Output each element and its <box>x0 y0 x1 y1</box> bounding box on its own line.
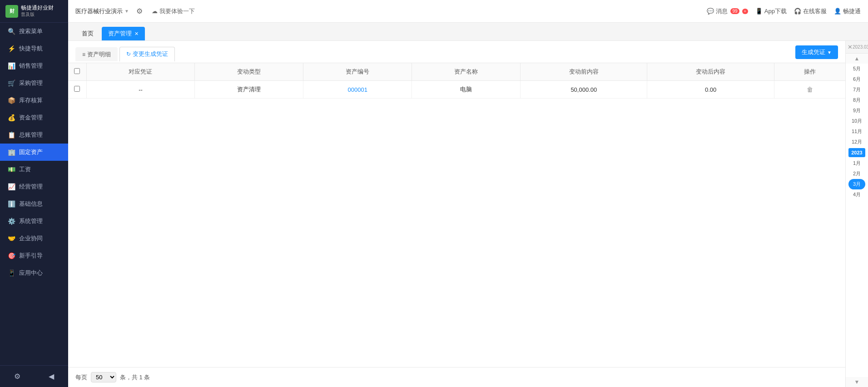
tab-asset-list[interactable]: ≡ 资产明细 <box>75 47 118 61</box>
row-checkbox-cell <box>68 81 86 99</box>
sidebar-item-purchase[interactable]: 🛒采购管理 <box>0 74 68 92</box>
timeline-month[interactable]: 10月 <box>846 116 868 126</box>
chevron-down-icon: ▼ <box>124 9 129 14</box>
timeline-month-4月[interactable]: 4月 <box>846 189 868 200</box>
gear-icon[interactable]: ⚙ <box>136 7 143 15</box>
row-after-change-0: 0.00 <box>647 81 774 99</box>
sidebar-item-payroll[interactable]: 💵工资 <box>0 161 68 178</box>
tab-label-asset-mgmt: 资产管理 <box>108 30 132 38</box>
timeline-month[interactable]: 7月 <box>846 84 868 95</box>
sidebar-item-fixed-assets[interactable]: 🏢固定资产 <box>0 144 68 161</box>
timeline-scroll-down[interactable]: ▼ <box>846 377 868 387</box>
col-asset-name: 资产名称 <box>412 63 521 81</box>
tab-change-voucher-label: 变更生成凭证 <box>133 50 168 58</box>
timeline-month[interactable]: 5月 <box>846 64 868 74</box>
sidebar-item-funds[interactable]: 💰资金管理 <box>0 109 68 126</box>
generate-voucher-button[interactable]: 生成凭证 ▼ <box>795 45 838 59</box>
data-table: 对应凭证 变动类型 资产编号 资产名称 变动前内容 变动后内容 操作 -- <box>68 63 845 99</box>
company-name: 医疗器械行业演示 <box>75 7 123 15</box>
sidebar: 财 畅捷通好业财 普及版 🔍搜索菜单⚡快捷导航📊销售管理🛒采购管理📦库存核算💰资… <box>0 0 68 387</box>
top-header: 医疗器械行业演示 ▼ ⚙ ☁ 我要体验一下 💬 消息 99 + 📱 App下载 … <box>68 0 868 23</box>
nav-icon-operations: 📈 <box>7 183 15 191</box>
row-voucher-0: -- <box>86 81 195 99</box>
col-change-type: 变动类型 <box>195 63 303 81</box>
sidebar-item-search[interactable]: 🔍搜索菜单 <box>0 23 68 40</box>
nav-icon-funds: 💰 <box>7 114 15 122</box>
panel-close-button[interactable]: ✕ <box>848 44 853 50</box>
timeline-month[interactable]: 6月 <box>846 74 868 84</box>
tab-home[interactable]: 首页 <box>75 27 100 40</box>
nav-label-funds: 资金管理 <box>19 114 43 122</box>
message-button[interactable]: 💬 消息 99 + <box>707 7 748 15</box>
timeline-items: 5月6月7月8月9月10月11月12月20231月2月3月4月 <box>846 64 868 377</box>
sidebar-logo: 财 畅捷通好业财 普及版 <box>0 0 68 23</box>
page-size-select[interactable]: 102050100 <box>91 372 116 382</box>
logo-sub: 普及版 <box>21 11 54 18</box>
col-voucher: 对应凭证 <box>86 63 195 81</box>
sidebar-item-sales[interactable]: 📊销售管理 <box>0 57 68 74</box>
sidebar-item-quick-nav[interactable]: ⚡快捷导航 <box>0 40 68 57</box>
nav-label-quick-nav: 快捷导航 <box>19 45 43 53</box>
logo-icon: 财 <box>5 5 18 18</box>
sidebar-item-guide[interactable]: 🎯新手引导 <box>0 247 68 264</box>
download-icon: 📱 <box>755 8 763 15</box>
select-all-checkbox[interactable] <box>74 68 80 74</box>
timeline-month[interactable]: 12月 <box>846 137 868 147</box>
row-asset-name-0: 电脑 <box>412 81 521 99</box>
sidebar-item-system[interactable]: ⚙️系统管理 <box>0 213 68 230</box>
sub-tabs: ≡ 资产明细 ↻ 变更生成凭证 生成凭证 ▼ <box>68 41 845 63</box>
sidebar-item-app-center[interactable]: 📱应用中心 <box>0 264 68 282</box>
panel-title: 2023.03 <box>853 45 868 50</box>
settings-button[interactable]: ⚙ <box>10 369 25 383</box>
nav-list: 🔍搜索菜单⚡快捷导航📊销售管理🛒采购管理📦库存核算💰资金管理📋总账管理🏢固定资产… <box>0 23 68 365</box>
nav-label-basic-info: 基础信息 <box>19 200 43 208</box>
sidebar-item-inventory[interactable]: 📦库存核算 <box>0 92 68 109</box>
nav-icon-search: 🔍 <box>7 27 15 35</box>
row-asset-code-0[interactable]: 000001 <box>303 81 412 99</box>
timeline-scroll-up[interactable]: ▲ <box>846 54 868 64</box>
timeline-month[interactable]: 9月 <box>846 105 868 116</box>
experience-button[interactable]: ☁ 我要体验一下 <box>152 7 195 15</box>
timeline-month[interactable]: 8月 <box>846 95 868 105</box>
nav-label-payroll: 工资 <box>19 165 31 174</box>
collapse-button[interactable]: ◀ <box>44 369 59 383</box>
timeline-month-2月[interactable]: 2月 <box>846 169 868 179</box>
sidebar-item-ledger[interactable]: 📋总账管理 <box>0 126 68 144</box>
delete-button-0[interactable]: 🗑 <box>807 86 813 93</box>
cloud-icon: ☁ <box>152 8 158 15</box>
sidebar-item-basic-info[interactable]: ℹ️基础信息 <box>0 195 68 213</box>
sidebar-item-operations[interactable]: 📈经营管理 <box>0 178 68 195</box>
col-after-change: 变动后内容 <box>647 63 774 81</box>
user-menu[interactable]: 👤 畅捷通 <box>834 7 861 15</box>
timeline-month-1月[interactable]: 1月 <box>846 158 868 169</box>
tab-change-voucher[interactable]: ↻ 变更生成凭证 <box>119 47 175 62</box>
nav-label-guide: 新手引导 <box>19 252 43 260</box>
panel-header: ✕ 2023.03 ⤢ <box>846 41 868 54</box>
nav-icon-sales: 📊 <box>7 62 15 70</box>
timeline-year-2023[interactable]: 2023 <box>848 148 865 157</box>
content-area: ≡ 资产明细 ↻ 变更生成凭证 生成凭证 ▼ <box>68 41 845 387</box>
company-selector[interactable]: 医疗器械行业演示 ▼ <box>75 7 129 15</box>
table-wrapper: 对应凭证 变动类型 资产编号 资产名称 变动前内容 变动后内容 操作 -- <box>68 63 845 367</box>
timeline-month[interactable]: 11月 <box>846 126 868 137</box>
col-asset-code: 资产编号 <box>303 63 412 81</box>
row-before-change-0: 50,000.00 <box>521 81 647 99</box>
timeline-month-3月[interactable]: 3月 <box>848 179 865 189</box>
col-before-change: 变动前内容 <box>521 63 647 81</box>
tab-close-asset-mgmt[interactable]: ✕ <box>134 31 139 37</box>
nav-icon-system: ⚙️ <box>7 217 15 225</box>
tab-label-home: 首页 <box>82 30 94 38</box>
app-download-button[interactable]: 📱 App下载 <box>755 7 787 15</box>
nav-icon-enterprise: 🤝 <box>7 234 15 243</box>
row-change-type-0: 资产清理 <box>195 81 303 99</box>
row-checkbox-0[interactable] <box>74 86 80 92</box>
sidebar-bottom: ⚙ ◀ <box>0 365 68 387</box>
customer-service-button[interactable]: 🎧 在线客服 <box>794 7 827 15</box>
sidebar-item-enterprise[interactable]: 🤝企业协同 <box>0 230 68 247</box>
total-label: 条，共 1 条 <box>120 373 150 382</box>
right-panel: ✕ 2023.03 ⤢ ▲ 5月6月7月8月9月10月11月12月20231月2… <box>845 41 868 387</box>
col-action: 操作 <box>774 63 845 81</box>
tab-asset-mgmt[interactable]: 资产管理✕ <box>102 27 145 40</box>
nav-icon-inventory: 📦 <box>7 96 15 104</box>
nav-label-fixed-assets: 固定资产 <box>19 148 43 156</box>
